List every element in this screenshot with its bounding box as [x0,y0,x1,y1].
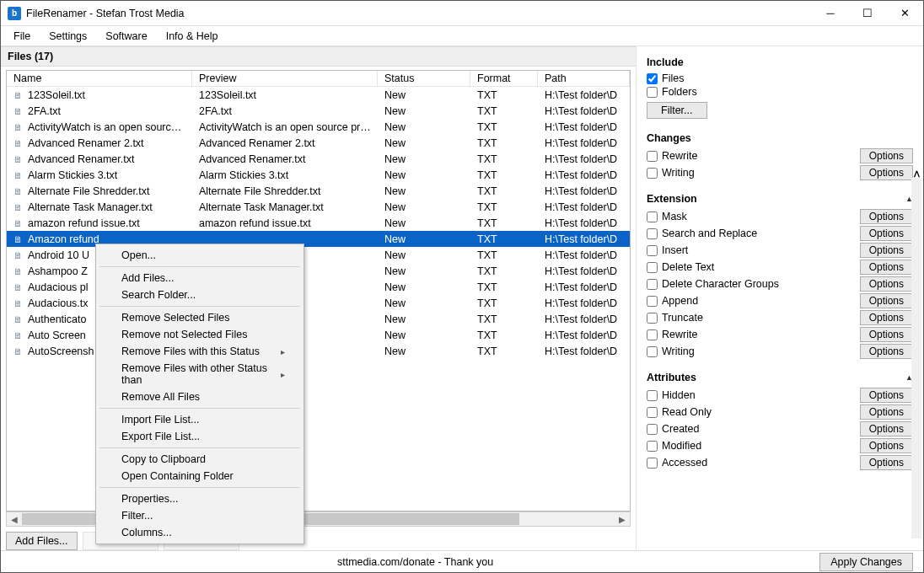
options-button[interactable]: Options [860,148,913,163]
options-button[interactable]: Options [860,260,913,275]
options-button[interactable]: Options [860,310,913,325]
options-button[interactable]: Options [860,226,913,241]
checkbox-append[interactable]: Append [647,295,698,307]
options-button[interactable]: Options [860,209,913,224]
checkbox-input[interactable] [647,296,658,307]
options-button[interactable]: Options [860,165,913,180]
checkbox-input[interactable] [647,407,658,418]
options-button[interactable]: Options [860,388,913,403]
panel-vscrollbar[interactable] [911,178,921,538]
context-menu-open-containing-folder[interactable]: Open Containing Folder [98,468,302,485]
context-menu-remove-selected-files[interactable]: Remove Selected Files [98,309,302,326]
checkbox-input[interactable] [647,262,658,273]
option-row-append: AppendOptions [647,292,913,309]
option-row-writing: WritingOptions [647,343,913,360]
checkbox-input[interactable] [647,424,658,435]
options-button[interactable]: Options [860,404,913,420]
options-button[interactable]: Options [860,421,913,436]
checkbox-modified[interactable]: Modified [647,440,701,452]
apply-changes-button[interactable]: Apply Changes [819,553,913,571]
table-row[interactable]: Alarm Stickies 3.txtAlarm Stickies 3.txt… [7,167,630,183]
menu-info-help[interactable]: Info & Help [158,27,227,46]
context-menu-remove-all-files[interactable]: Remove All Files [98,388,302,405]
checkbox-delete-text[interactable]: Delete Text [647,261,714,273]
context-menu-open-[interactable]: Open... [98,247,302,264]
checkbox-hidden[interactable]: Hidden [647,389,696,401]
window-maximize-button[interactable]: ☐ [849,1,886,25]
checkbox-input[interactable] [647,73,658,84]
menu-settings[interactable]: Settings [40,27,95,46]
checkbox-input[interactable] [647,346,658,357]
checkbox-writing[interactable]: Writing [647,345,695,357]
attributes-section-label: Attributes [647,372,696,383]
context-menu-add-files-[interactable]: Add Files... [98,270,302,286]
filter-button[interactable]: Filter... [647,102,707,119]
context-menu-remove-files-with-this-status[interactable]: Remove Files with this Status [98,343,302,360]
context-menu-properties-[interactable]: Properties... [98,490,302,507]
context-menu-remove-not-selected-files[interactable]: Remove not Selected Files [98,326,302,343]
checkbox-truncate[interactable]: Truncate [647,312,703,324]
table-row[interactable]: Advanced Renamer 2.txtAdvanced Renamer 2… [7,135,630,151]
checkbox-input[interactable] [647,441,658,452]
menu-software[interactable]: Software [97,27,155,46]
checkbox-input[interactable] [647,245,658,256]
checkbox-input[interactable] [647,279,658,290]
context-menu-search-folder-[interactable]: Search Folder... [98,286,302,303]
scroll-left-arrow[interactable]: ◀ [7,515,22,524]
extension-section-header[interactable]: Extension ▲ [647,190,913,208]
options-button[interactable]: Options [860,243,913,258]
window-minimize-button[interactable]: ─ [812,1,849,25]
checkbox-input[interactable] [647,390,658,401]
checkbox-writing[interactable]: Writing [647,167,695,179]
checkbox-input[interactable] [647,168,658,179]
checkbox-input[interactable] [647,329,658,340]
attributes-section-header[interactable]: Attributes ▲ [647,368,913,387]
col-header-preview[interactable]: Preview [192,71,378,86]
cell-name: Alternate Task Manager.txt [7,200,192,215]
table-row[interactable]: Alternate Task Manager.txtAlternate Task… [7,199,630,215]
window-close-button[interactable]: ✕ [886,1,923,25]
options-button[interactable]: Options [860,438,913,453]
checkbox-read-only[interactable]: Read Only [647,406,712,418]
scroll-right-arrow[interactable]: ▶ [615,515,630,524]
context-menu-import-file-list-[interactable]: Import File List... [98,411,302,428]
checkbox-accessed[interactable]: Accessed [647,457,707,469]
checkbox-files[interactable]: Files [647,72,684,84]
checkbox-input[interactable] [647,151,658,162]
checkbox-delete-character-groups[interactable]: Delete Character Groups [647,278,779,290]
context-menu-columns-[interactable]: Columns... [98,524,302,541]
options-button[interactable]: Options [860,344,913,359]
context-menu-filter-[interactable]: Filter... [98,507,302,524]
options-button[interactable]: Options [860,293,913,308]
checkbox-rewrite[interactable]: Rewrite [647,150,697,162]
table-row[interactable]: amazon refund issue.txtamazon refund iss… [7,215,630,231]
checkbox-input[interactable] [647,212,658,222]
col-header-status[interactable]: Status [378,71,470,86]
options-button[interactable]: Options [860,327,913,342]
table-row[interactable]: 2FA.txt2FA.txtNewTXTH:\Test folder\D [7,103,630,119]
checkbox-folders[interactable]: Folders [647,86,697,98]
col-header-format[interactable]: Format [470,71,538,86]
checkbox-input[interactable] [647,228,658,239]
checkbox-search-and-replace[interactable]: Search and Replace [647,228,757,239]
options-button[interactable]: Options [860,276,913,292]
checkbox-created[interactable]: Created [647,423,699,435]
checkbox-input[interactable] [647,313,658,324]
context-menu-export-file-list-[interactable]: Export File List... [98,428,302,445]
checkbox-mask[interactable]: Mask [647,211,687,222]
table-row[interactable]: Advanced Renamer.txtAdvanced Renamer.txt… [7,151,630,167]
context-menu-remove-files-with-other-status-than[interactable]: Remove Files with other Status than [98,360,302,388]
checkbox-input[interactable] [647,87,658,98]
context-menu-copy-to-clipboard[interactable]: Copy to Clipboard [98,451,302,468]
checkbox-rewrite[interactable]: Rewrite [647,329,697,340]
checkbox-input[interactable] [647,458,658,469]
options-button[interactable]: Options [860,455,913,470]
menu-file[interactable]: File [5,27,39,46]
table-row[interactable]: Alternate File Shredder.txtAlternate Fil… [7,183,630,199]
col-header-path[interactable]: Path [538,71,630,86]
checkbox-insert[interactable]: Insert [647,244,688,256]
table-row[interactable]: ActivityWatch is an open source pr...Act… [7,119,630,135]
add-files-button[interactable]: Add Files... [6,532,78,550]
col-header-name[interactable]: Name [7,71,192,86]
table-row[interactable]: 123Soleil.txt123Soleil.txtNewTXTH:\Test … [7,87,630,103]
